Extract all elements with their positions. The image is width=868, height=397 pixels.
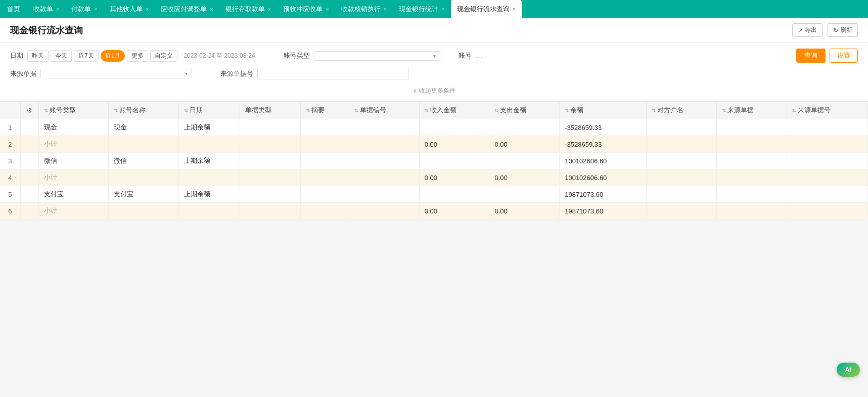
account-type-label: 账号类型 [284,51,310,60]
tab-stats[interactable]: 现金银行统计 × [393,0,450,18]
row-gear [20,169,38,186]
close-icon[interactable]: × [441,6,444,12]
account-dots-button[interactable]: ... [476,51,482,60]
col-counterpart: ⇅对方户名 [647,102,717,119]
cell-income [419,153,489,169]
cell-source-doc-no [787,119,867,136]
row-index: 2 [0,136,20,153]
cell-doc-type [240,203,301,219]
table-row: 2小计0.000.00-3528659.33 [0,136,868,153]
date-btn-yesterday[interactable]: 昨天 [27,50,49,62]
cell-account-type: 微信 [38,153,109,169]
row-index: 1 [0,119,20,136]
col-account-name: ⇅账号名称 [109,102,179,119]
cell-source-doc-no [787,153,867,169]
cell-doc-no [349,169,419,186]
query-button[interactable]: 查询 [796,49,826,63]
chevron-up-icon: ∧ [413,87,417,94]
close-icon[interactable]: × [94,6,97,12]
data-table-container: ⚙ ⇅账号类型 ⇅账号名称 ⇅日期 单据类型 ⇅摘要 ⇅单据编号 ⇅收入金额 ⇅… [0,102,868,219]
cell-summary [301,203,349,219]
tab-prepay[interactable]: 预收冲应收单 × [277,0,335,18]
tab-bank-deposit[interactable]: 银行存取款单 × [219,0,277,18]
refresh-icon: ↻ [833,27,838,34]
tab-payment[interactable]: 付款单 × [65,0,103,18]
collapse-conditions-button[interactable]: ∧ 收起更多条件 [10,84,858,96]
date-btn-custom[interactable]: 自定义 [150,50,177,62]
cell-date: 上期余额 [179,186,240,203]
col-date: ⇅日期 [179,102,240,119]
cell-source-doc [716,169,787,186]
close-icon[interactable]: × [210,6,213,12]
source-doc-no-input[interactable] [257,68,409,79]
cell-source-doc-no [787,136,867,153]
tab-adjust[interactable]: 应收应付调整单 × [155,0,219,18]
cell-income: 0.00 [419,136,489,153]
cell-account-type: 现金 [38,119,109,136]
cell-source-doc-no [787,169,867,186]
cell-balance: -3528659.33 [560,136,647,153]
close-icon[interactable]: × [268,6,271,12]
row-gear [20,136,38,153]
page-title: 现金银行流水查询 [10,24,83,36]
col-expense: ⇅支出金额 [489,102,560,119]
tab-other-income[interactable]: 其他收入单 × [104,0,155,18]
source-doc-select[interactable]: ▾ [40,69,192,78]
table-row: 5支付宝支付宝上期余额19871073.60 [0,186,868,203]
tab-verify[interactable]: 收款核销执行 × [335,0,393,18]
cell-summary [301,136,349,153]
cell-source-doc [716,153,787,169]
table-header-row: ⚙ ⇅账号类型 ⇅账号名称 ⇅日期 单据类型 ⇅摘要 ⇅单据编号 ⇅收入金额 ⇅… [0,102,868,119]
cell-account-type: 支付宝 [38,186,109,203]
refresh-button[interactable]: ↻ 刷新 [828,23,858,37]
cell-income: 0.00 [419,169,489,186]
export-button[interactable]: ↗ 导出 [792,23,823,37]
date-btn-7days[interactable]: 近7天 [74,50,99,62]
close-icon[interactable]: × [513,6,516,12]
account-type-select[interactable]: ▾ [314,51,440,61]
page-header: 现金银行流水查询 ↗ 导出 ↻ 刷新 [0,18,868,42]
subtotal-label: 小计 [38,169,109,186]
table-row: 1现金现金上期余额-3528659.33 [0,119,868,136]
close-icon[interactable]: × [56,6,59,12]
cell-doc-no [349,186,419,203]
date-range-display: 2023-02-24 至 2023-03-24 [184,52,255,60]
table-row: 6小计0.000.0019871073.60 [0,203,868,219]
settings-button[interactable]: 设置 [830,49,858,63]
table-row: 4小计0.000.00100102606.60 [0,169,868,186]
cell-expense [489,186,560,203]
cell-doc-type [240,186,301,203]
cell-income [419,186,489,203]
tab-receipt[interactable]: 收款单 × [27,0,65,18]
filter-row-2: 来源单据 ▾ 来源单据号 [10,68,858,79]
source-doc-label: 来源单据 [10,69,36,78]
top-navigation: 首页 收款单 × 付款单 × 其他收入单 × 应收应付调整单 × 银行存取款单 … [0,0,868,18]
date-btn-1month[interactable]: 近1月 [101,50,125,62]
cell-counterpart [647,186,717,203]
cell-account-name [109,136,179,153]
tab-cashflow[interactable]: 现金银行流水查询 × [451,0,522,18]
cell-account-name: 现金 [109,119,179,136]
close-icon[interactable]: × [384,6,387,12]
col-gear[interactable]: ⚙ [20,102,38,119]
cell-summary [301,119,349,136]
close-icon[interactable]: × [326,6,329,12]
cell-counterpart [647,119,717,136]
row-gear [20,119,38,136]
col-balance: ⇅余额 [560,102,647,119]
cell-balance: 19871073.60 [560,203,647,219]
row-index: 6 [0,203,20,219]
date-btn-more[interactable]: 更多 [127,50,148,62]
col-source-doc: ⇅来源单据 [716,102,787,119]
date-btn-today[interactable]: 今天 [51,50,72,62]
subtotal-label: 小计 [38,203,109,219]
cell-income: 0.00 [419,203,489,219]
home-tab[interactable]: 首页 [0,0,27,18]
cell-account-name [109,203,179,219]
close-icon[interactable]: × [146,6,149,12]
cell-source-doc [716,186,787,203]
cell-doc-no [349,153,419,169]
cell-date [179,136,240,153]
col-doc-no: ⇅单据编号 [349,102,419,119]
col-idx [0,102,20,119]
